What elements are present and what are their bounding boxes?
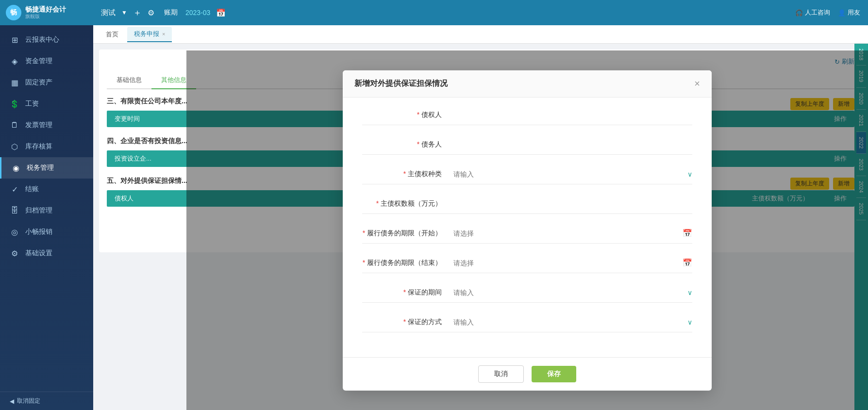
fixed-assets-icon: ▦	[10, 78, 19, 87]
sidebar-item-expense[interactable]: ◎ 小畅报销	[0, 221, 93, 243]
sidebar-item-basic-settings[interactable]: ⚙ 基础设置	[0, 243, 93, 264]
modal-close-button[interactable]: ×	[694, 78, 700, 89]
guarantee-method-input[interactable]	[450, 316, 687, 328]
sidebar-item-tax-mgmt[interactable]: ◉ 税务管理	[0, 157, 93, 179]
tab-tax-report[interactable]: 税务申报 ×	[127, 27, 172, 42]
form-label-period-start: * 履行债务的期限（开始）	[362, 229, 450, 238]
cancel-button[interactable]: 取消	[478, 365, 524, 383]
expense-icon: ◎	[10, 227, 19, 237]
form-row-guarantee-method: * 保证的方式 ∨	[362, 316, 692, 332]
modal-overlay: 新增对外提供保证担保情况 × * 债权人 * 债务人	[186, 50, 868, 410]
sidebar-nav: ⊞ 云报表中心 ◈ 资金管理 ▦ 固定资产 💲 工资 🗒 发票管理 ⬡ 库存核算…	[0, 25, 93, 392]
claim-type-input[interactable]	[450, 168, 687, 180]
period-end-input[interactable]	[450, 257, 683, 269]
period-end-calendar-icon[interactable]: 📅	[683, 258, 692, 267]
sidebar-item-invoice-mgmt[interactable]: 🗒 发票管理	[0, 115, 93, 136]
form-label-claim-type: * 主债权种类	[362, 170, 450, 179]
header: 测试 ▼ ＋ ⚙ 账期 2023-03 📅 🎧 人工咨询 👤 用友	[93, 0, 868, 25]
logo-sub: 旗舰版	[25, 13, 66, 20]
sidebar-item-payroll[interactable]: 💲 工资	[0, 93, 93, 115]
invoice-icon: 🗒	[10, 120, 19, 130]
header-consult-button[interactable]: 🎧 人工咨询	[795, 8, 830, 17]
main-content: 首页 税务申报 × ↻ 刷新 基础信息 其他信息	[93, 25, 868, 410]
consult-icon: 🎧	[795, 9, 803, 16]
section-5-title: 五、对外提供保证担保情...	[107, 177, 187, 185]
section-3-title: 三、有限责任公司本年度...	[107, 97, 187, 106]
guarantee-period-chevron-icon[interactable]: ∨	[687, 289, 692, 296]
header-add-button[interactable]: ＋	[133, 7, 142, 18]
claim-type-wrapper: ∨	[450, 168, 692, 180]
form-label-debtor: * 债务人	[362, 140, 450, 149]
inventory-icon: ⬡	[10, 142, 19, 151]
claim-type-chevron-icon[interactable]: ∨	[687, 170, 692, 178]
debtor-input[interactable]	[450, 139, 692, 150]
form-label-claim-amount: * 主债权数额（万元）	[362, 199, 450, 208]
logo-icon: 畅	[6, 5, 21, 20]
period-start-calendar-icon[interactable]: 📅	[683, 229, 692, 238]
modal: 新增对外提供保证担保情况 × * 债权人 * 债务人	[343, 70, 712, 391]
logo-title: 畅捷通好会计	[25, 5, 66, 14]
form-label-guarantee-method: * 保证的方式	[362, 318, 450, 327]
sidebar-item-inventory[interactable]: ⬡ 库存核算	[0, 136, 93, 157]
archive-icon: 🗄	[10, 206, 19, 215]
form-row-claim-type: * 主债权种类 ∨	[362, 168, 692, 184]
header-dropdown-icon[interactable]: ▼	[121, 9, 127, 16]
period-start-input[interactable]	[450, 228, 683, 239]
form-row-claim-amount: * 主债权数额（万元）	[362, 198, 692, 214]
settlement-icon: ✓	[10, 184, 19, 194]
settings-icon: ⚙	[10, 248, 19, 258]
form-row-period-start: * 履行债务的期限（开始） 📅	[362, 228, 692, 244]
sidebar-item-fund-mgmt[interactable]: ◈ 资金管理	[0, 50, 93, 72]
header-right: 🎧 人工咨询 👤 用友	[795, 8, 860, 17]
form-row-creditor: * 债权人	[362, 109, 692, 125]
header-calendar-icon[interactable]: 📅	[216, 8, 226, 17]
claim-amount-input[interactable]	[450, 198, 692, 210]
user-icon: 👤	[838, 9, 846, 16]
form-row-period-end: * 履行债务的期限（结束） 📅	[362, 257, 692, 273]
section-4-title: 四、企业是否有投资信息...	[107, 137, 187, 146]
sidebar-footer[interactable]: ◀ 取消固定	[0, 392, 93, 410]
header-settings-icon[interactable]: ⚙	[148, 8, 154, 17]
header-period-label: 账期	[164, 8, 178, 17]
tabs-bar: 首页 税务申报 ×	[93, 25, 868, 44]
sidebar-item-cloud-report[interactable]: ⊞ 云报表中心	[0, 29, 93, 50]
guarantee-method-wrapper: ∨	[450, 316, 692, 328]
form-label-guarantee-period: * 保证的期间	[362, 288, 450, 297]
header-period-value: 2023-03	[185, 9, 210, 16]
sub-tab-basic-info[interactable]: 基础信息	[107, 72, 151, 89]
period-end-wrapper: 📅	[450, 257, 692, 269]
form-label-period-end: * 履行债务的期限（结束）	[362, 259, 450, 267]
guarantee-period-wrapper: ∨	[450, 287, 692, 298]
period-start-wrapper: 📅	[450, 228, 692, 239]
modal-footer: 取消 保存	[343, 357, 712, 391]
tab-close-icon[interactable]: ×	[162, 31, 165, 37]
modal-header: 新增对外提供保证担保情况 ×	[343, 70, 712, 98]
creditor-input[interactable]	[450, 109, 692, 121]
sidebar-logo: 畅 畅捷通好会计 旗舰版	[0, 0, 93, 25]
tab-home[interactable]: 首页	[99, 27, 125, 42]
guarantee-method-chevron-icon[interactable]: ∨	[687, 318, 692, 326]
sidebar-item-settlement[interactable]: ✓ 结账	[0, 179, 93, 200]
sidebar-footer-icon: ◀	[10, 398, 14, 405]
form-row-debtor: * 债务人	[362, 139, 692, 155]
modal-body: * 债权人 * 债务人 * 主债权种	[343, 98, 712, 357]
cloud-report-icon: ⊞	[10, 35, 19, 45]
sidebar-item-fixed-assets[interactable]: ▦ 固定资产	[0, 72, 93, 93]
payroll-icon: 💲	[10, 99, 19, 109]
tax-icon: ◉	[11, 163, 21, 173]
sidebar: 畅 畅捷通好会计 旗舰版 ⊞ 云报表中心 ◈ 资金管理 ▦ 固定资产 💲 工资 …	[0, 0, 93, 410]
header-user-button[interactable]: 👤 用友	[838, 8, 860, 17]
save-button[interactable]: 保存	[532, 366, 576, 382]
guarantee-period-input[interactable]	[450, 287, 687, 298]
header-title: 测试	[101, 8, 116, 17]
form-row-guarantee-period: * 保证的期间 ∨	[362, 287, 692, 303]
form-label-creditor: * 债权人	[362, 111, 450, 119]
fund-icon: ◈	[10, 56, 19, 66]
modal-title: 新增对外提供保证担保情况	[354, 79, 448, 89]
sidebar-item-archive-mgmt[interactable]: 🗄 归档管理	[0, 200, 93, 221]
